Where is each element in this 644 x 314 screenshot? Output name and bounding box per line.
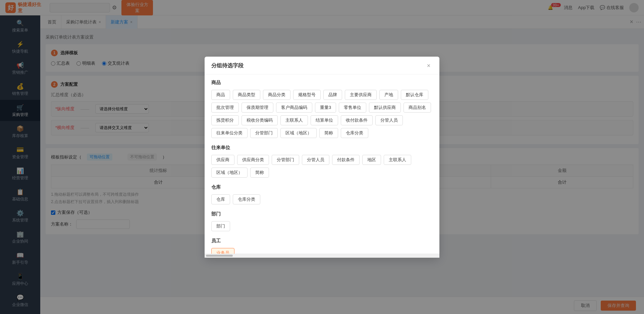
field-group-product: 商品 商品 商品类型 商品分类 规格型号 品牌 主要供应商 产地 默认仓库 批次…: [211, 80, 433, 138]
field-tag-product-alias[interactable]: 商品别名: [404, 103, 431, 113]
field-tag-short-name[interactable]: 简称: [319, 128, 338, 138]
field-tag-dept-mgmt[interactable]: 分管部门: [250, 128, 278, 138]
employee-field-tags: 业务员: [211, 248, 433, 254]
field-tag-dept-field[interactable]: 部门: [211, 221, 230, 231]
field-tag-expiry-mgmt[interactable]: 保质期管理: [241, 103, 273, 113]
field-tag-pickup-score[interactable]: 拣货积分: [211, 115, 239, 125]
field-tag-product[interactable]: 商品: [211, 90, 230, 100]
field-tag-main-contact[interactable]: 主联系人: [280, 115, 308, 125]
field-tag-payment-terms[interactable]: 收付款条件: [341, 115, 373, 125]
field-group-partner: 往来单位 供应商 供应商分类 分管部门 分管人员 付款条件 地区 主联系人 区域…: [211, 145, 433, 178]
field-tag-batch-mgmt[interactable]: 批次管理: [211, 103, 239, 113]
field-tag-product-category[interactable]: 商品分类: [263, 90, 290, 100]
field-tag-src-unit-category[interactable]: 往来单位分类: [211, 128, 248, 138]
modal-title: 分组待选字段: [211, 62, 244, 69]
field-tag-region3[interactable]: 区域（地区）: [211, 168, 248, 178]
field-tag-settle-unit[interactable]: 结算单位: [311, 115, 338, 125]
partner-field-tags: 供应商 供应商分类 分管部门 分管人员 付款条件 地区 主联系人 区域（地区） …: [211, 155, 433, 178]
field-tag-salesperson[interactable]: 业务员: [211, 248, 234, 254]
field-tag-default-supplier[interactable]: 默认供应商: [369, 103, 401, 113]
modal-body: 商品 商品 商品类型 商品分类 规格型号 品牌 主要供应商 产地 默认仓库 批次…: [205, 74, 439, 254]
field-group-employee-title: 员工: [211, 238, 433, 244]
modal-hscroll-thumb[interactable]: [206, 255, 233, 257]
warehouse-field-tags: 仓库 仓库分类: [211, 194, 433, 204]
field-tag-product-type[interactable]: 商品类型: [233, 90, 260, 100]
field-tag-brand[interactable]: 品牌: [323, 90, 342, 100]
field-tag-warehouse-category[interactable]: 仓库分类: [341, 128, 368, 138]
field-tag-supplier[interactable]: 供应商: [211, 155, 234, 165]
field-group-dept-title: 部门: [211, 211, 433, 217]
field-tag-dept-partner[interactable]: 分管部门: [272, 155, 299, 165]
modal-overlay: 分组待选字段 × 商品 商品 商品类型 商品分类 规格型号 品牌 主要供应商 产…: [0, 0, 644, 314]
field-tag-retail-unit[interactable]: 零售单位: [339, 103, 366, 113]
field-group-dept: 部门 部门: [211, 211, 433, 231]
product-field-tags: 商品 商品类型 商品分类 规格型号 品牌 主要供应商 产地 默认仓库 批次管理 …: [211, 90, 433, 138]
field-tag-main-supplier[interactable]: 主要供应商: [345, 90, 377, 100]
field-group-employee: 员工 业务员: [211, 238, 433, 254]
field-tag-region[interactable]: 区域（地区）: [280, 128, 317, 138]
field-tag-warehouse-cat[interactable]: 仓库分类: [233, 194, 260, 204]
field-tag-spec-type[interactable]: 规格型号: [293, 90, 321, 100]
field-tag-weight3[interactable]: 重量3: [315, 103, 336, 113]
field-tag-short-name2[interactable]: 简称: [250, 168, 269, 178]
field-group-warehouse-title: 仓库: [211, 184, 433, 190]
field-tag-manager[interactable]: 分管人员: [375, 115, 403, 125]
modal-close-button[interactable]: ×: [425, 62, 433, 70]
field-tag-customer-code[interactable]: 客户商品编码: [276, 103, 312, 113]
field-group-product-title: 商品: [211, 80, 433, 86]
field-tag-payment-cond[interactable]: 付款条件: [332, 155, 360, 165]
modal-dialog: 分组待选字段 × 商品 商品 商品类型 商品分类 规格型号 品牌 主要供应商 产…: [205, 57, 439, 258]
field-tag-origin[interactable]: 产地: [379, 90, 398, 100]
field-tag-default-warehouse[interactable]: 默认仓库: [401, 90, 428, 100]
modal-hscroll[interactable]: [205, 254, 439, 258]
dept-field-tags: 部门: [211, 221, 433, 231]
field-tag-supplier-category[interactable]: 供应商分类: [237, 155, 269, 165]
field-group-partner-title: 往来单位: [211, 145, 433, 151]
modal-header: 分组待选字段 ×: [205, 57, 439, 74]
field-tag-region2[interactable]: 地区: [362, 155, 381, 165]
field-tag-main-contact2[interactable]: 主联系人: [384, 155, 411, 165]
field-tag-tax-code[interactable]: 税收分类编码: [241, 115, 278, 125]
field-group-warehouse: 仓库 仓库 仓库分类: [211, 184, 433, 204]
field-tag-dept-person-partner[interactable]: 分管人员: [302, 155, 329, 165]
field-tag-warehouse[interactable]: 仓库: [211, 194, 230, 204]
